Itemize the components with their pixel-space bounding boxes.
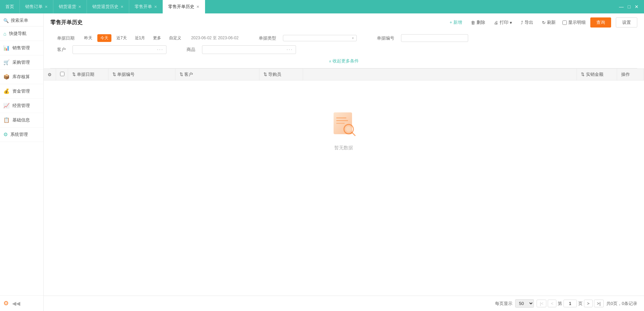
sidebar-item-operations[interactable]: 📈 经营管理 (0, 99, 43, 113)
th-checkbox[interactable] (56, 69, 68, 81)
tab-sales-return-history-label: 销货退货历史 (92, 4, 118, 10)
th-gear[interactable]: ⚙ (44, 69, 56, 81)
order-no-label: 单据编号 (377, 35, 394, 41)
sidebar-item-quick-nav[interactable]: ⌂ 快捷导航 (0, 27, 43, 41)
th-action: 操作 (617, 69, 644, 81)
order-type-select[interactable]: ▾ (283, 35, 357, 41)
cart-icon: 🛒 (3, 59, 10, 65)
th-date-label: ⇅ 单据日期 (72, 72, 95, 77)
settings-button[interactable]: 设置 (616, 17, 637, 28)
sidebar-item-system-mgmt[interactable]: ⚙ 系统管理 (0, 127, 43, 142)
date-btn-yesterday[interactable]: 昨天 (81, 34, 95, 42)
sidebar-item-purchase-mgmt[interactable]: 🛒 采购管理 (0, 55, 43, 70)
svg-rect-1 (336, 117, 346, 118)
first-page-button[interactable]: |< (537, 300, 546, 307)
window-controls: — □ ✕ (619, 4, 644, 9)
collapse-label: 收起更多条件 (333, 58, 359, 64)
th-customer[interactable]: ⇅ 客户 (175, 69, 259, 81)
date-btn-today[interactable]: 今天 (97, 34, 111, 42)
sidebar-item-label: 基础信息 (12, 117, 30, 123)
tab-sales-return[interactable]: 销货退货 ✕ (53, 0, 87, 13)
sidebar-search[interactable]: 🔍 搜索采单 (0, 13, 43, 27)
sidebar-item-label: 系统管理 (10, 132, 28, 138)
goods-label: 商品 (187, 47, 195, 53)
print-arrow-icon: ▾ (510, 20, 512, 25)
show-detail-input[interactable] (562, 20, 567, 25)
page-total: 共0页，0条记录 (606, 301, 637, 307)
refresh-button[interactable]: ↻ 刷新 (540, 18, 558, 27)
content-area: 零售开单历史 + 新增 🗑 删除 🖨 打印 ▾ ⤴ (44, 13, 644, 311)
page-size-select[interactable]: 50 10 20 100 (515, 299, 534, 308)
query-button[interactable]: 查询 (590, 17, 611, 28)
prev-page-button[interactable]: < (548, 300, 556, 307)
date-btn-last-month[interactable]: 近1月 (132, 34, 148, 42)
date-btn-last7[interactable]: 近7天 (113, 34, 130, 42)
box-icon: 📦 (3, 74, 10, 80)
chevron-down-icon: ▾ (352, 36, 354, 40)
th-action-label: 操作 (621, 72, 630, 77)
collapse-filter-button[interactable]: ∧ 收起更多条件 (325, 57, 363, 65)
tab-retail-open-label: 零售开单 (135, 4, 152, 10)
home-icon: ⌂ (3, 31, 6, 37)
tab-sales-return-history[interactable]: 销货退货历史 ✕ (87, 0, 129, 13)
sidebar-item-label: 快捷导航 (9, 31, 27, 37)
close-icon[interactable]: ✕ (196, 5, 199, 9)
close-icon[interactable]: ✕ (154, 5, 157, 9)
th-order-no[interactable]: ⇅ 单据编号 (108, 69, 175, 81)
sidebar-item-label: 资金管理 (12, 88, 30, 94)
svg-point-6 (346, 126, 351, 132)
sidebar: 🔍 搜索采单 ⌂ 快捷导航 📊 销售管理 🛒 采购管理 📦 库存核算 💰 资金管… (0, 13, 44, 311)
page-navigation: |< < 第 页 > >| (537, 300, 603, 307)
tab-retail-open-history[interactable]: 零售开单历史 ✕ (163, 0, 205, 13)
show-detail-label: 显示明细 (568, 19, 586, 25)
next-page-button[interactable]: > (584, 300, 593, 307)
sidebar-search-label: 搜索采单 (11, 17, 28, 23)
tab-sales-order[interactable]: 销售订单 ✕ (20, 0, 53, 13)
select-all-checkbox[interactable] (60, 72, 64, 76)
delete-label: 删除 (477, 19, 485, 25)
minimize-button[interactable]: — (619, 4, 624, 9)
tab-home[interactable]: 首页 (0, 0, 20, 13)
add-button[interactable]: + 新增 (448, 18, 464, 27)
filter-row-2: 客户 ··· 商品 ··· (57, 45, 631, 54)
toolbar-buttons: + 新增 🗑 删除 🖨 打印 ▾ ⤴ 导出 (448, 17, 637, 28)
th-date[interactable]: ⇅ 单据日期 (68, 69, 108, 81)
th-order-no-label: ⇅ 单据编号 (112, 72, 135, 77)
page-number-input[interactable] (563, 300, 577, 307)
goods-input[interactable]: ··· (202, 45, 296, 54)
filter-area: 单据日期 昨天 今天 近7天 近1月 更多 自定义 2023-06-02 至 2… (50, 31, 637, 68)
collapse-sidebar-button[interactable]: ◀◀ (12, 300, 20, 307)
refresh-label: 刷新 (547, 19, 556, 25)
dots-icon: ··· (157, 47, 163, 53)
sidebar-item-basic-info[interactable]: 📋 基础信息 (0, 113, 43, 127)
sidebar-item-inventory[interactable]: 📦 库存核算 (0, 70, 43, 84)
tab-retail-open[interactable]: 零售开单 ✕ (129, 0, 163, 13)
print-icon: 🖨 (494, 20, 498, 25)
th-amount[interactable]: ⇅ 实销金额 (577, 69, 617, 81)
close-icon[interactable]: ✕ (120, 5, 123, 9)
close-icon[interactable]: ✕ (78, 5, 81, 9)
last-page-button[interactable]: >| (594, 300, 604, 307)
date-btn-more[interactable]: 更多 (150, 34, 164, 42)
customer-input[interactable]: ··· (72, 45, 166, 54)
close-window-button[interactable]: ✕ (635, 4, 639, 9)
print-button[interactable]: 🖨 打印 ▾ (492, 18, 514, 27)
top-tab-bar: 首页 销售订单 ✕ 销货退货 ✕ 销货退货历史 ✕ 零售开单 ✕ 零售开单历史 … (0, 0, 644, 13)
sidebar-item-finance[interactable]: 💰 资金管理 (0, 84, 43, 99)
chart-icon: 📊 (3, 45, 10, 51)
order-no-input[interactable] (401, 34, 468, 42)
tab-sales-order-label: 销售订单 (25, 4, 43, 10)
maximize-button[interactable]: □ (628, 4, 631, 9)
close-icon[interactable]: ✕ (45, 5, 48, 9)
date-btn-custom[interactable]: 自定义 (166, 34, 184, 42)
settings-icon[interactable]: ⚙ (3, 300, 9, 307)
empty-state: 暂无数据 (44, 81, 644, 178)
sidebar-item-sales-mgmt[interactable]: 📊 销售管理 (0, 41, 43, 55)
print-label: 打印 (500, 19, 508, 25)
table-body: 暂无数据 (44, 81, 644, 178)
th-guide[interactable]: ⇅ 导购员 (259, 69, 303, 81)
export-button[interactable]: ⤴ 导出 (519, 18, 535, 27)
delete-button[interactable]: 🗑 删除 (469, 18, 487, 27)
show-detail-checkbox[interactable]: 显示明细 (562, 19, 586, 25)
search-icon: 🔍 (3, 18, 9, 23)
